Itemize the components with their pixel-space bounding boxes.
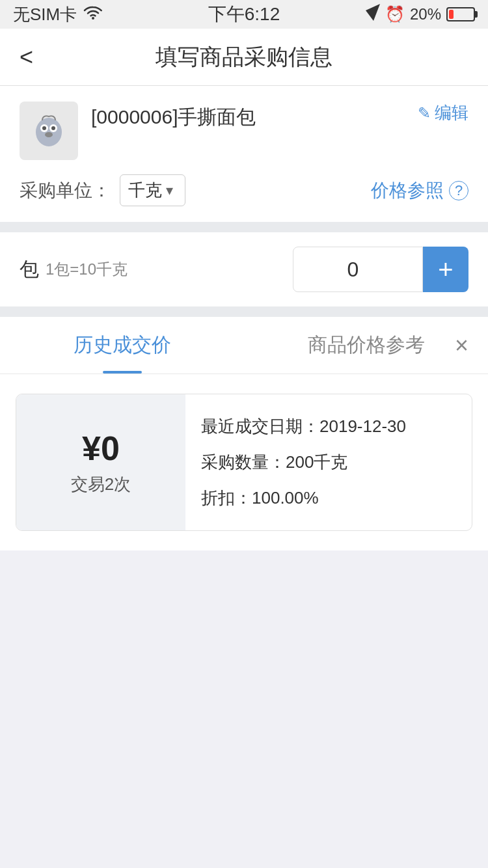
quantity-input[interactable] (293, 247, 423, 292)
currency-symbol: ¥ (82, 429, 101, 467)
battery-icon (446, 7, 475, 21)
product-card: [0000006]手撕面包 ✎ 编辑 采购单位： 千克 ▾ 价格参照 ? (0, 86, 488, 222)
price-ref-label: 价格参照 (371, 178, 444, 203)
svg-point-4 (42, 126, 46, 130)
tab-active-underline (103, 371, 142, 373)
chevron-down-icon: ▾ (166, 182, 173, 199)
separator (0, 222, 488, 232)
tab-product-price-ref[interactable]: 商品价格参考 (244, 317, 488, 373)
product-thumbnail (20, 102, 78, 160)
wifi-icon (83, 5, 103, 25)
carrier-text: 无SIM卡 (13, 3, 77, 26)
purchase-unit-left: 采购单位： 千克 ▾ (20, 174, 185, 206)
svg-point-5 (51, 126, 55, 130)
back-button[interactable]: < (20, 44, 33, 71)
quantity-label: 包 1包=10千克 (20, 256, 128, 283)
quantity-label-text: 采购数量： (201, 452, 286, 472)
history-discount-row: 折扣：100.00% (201, 485, 456, 511)
tab-price-ref-label: 商品价格参考 (308, 332, 425, 359)
quantity-unit-badge: 包 (20, 256, 39, 283)
close-icon: × (455, 332, 468, 359)
discount-value: 100.00% (252, 488, 319, 508)
price-ref-button[interactable]: 价格参照 ? (371, 178, 468, 203)
battery-fill (449, 10, 454, 19)
tabs-header: 历史成交价 商品价格参考 × (0, 317, 488, 374)
product-info: [0000006]手撕面包 (20, 102, 418, 160)
page-title: 填写商品采购信息 (156, 42, 332, 72)
tab-content-history: ¥0 交易2次 最近成交日期：2019-12-30 采购数量：200千克 折扣：… (0, 374, 488, 550)
history-card: ¥0 交易2次 最近成交日期：2019-12-30 采购数量：200千克 折扣：… (16, 394, 472, 531)
quantity-value-text: 200千克 (286, 452, 347, 472)
separator-2 (0, 306, 488, 317)
history-quantity-row: 采购数量：200千克 (201, 450, 456, 475)
recent-date-label: 最近成交日期： (201, 416, 319, 436)
main-background (0, 550, 488, 868)
alarm-icon: ⏰ (385, 5, 405, 23)
tabs-panel: 历史成交价 商品价格参考 × ¥0 交易2次 最近成交日期：2019-12-30 (0, 317, 488, 550)
history-trade-count: 交易2次 (71, 473, 131, 496)
status-bar: 无SIM卡 下午6:12 ⏰ 20% (0, 0, 488, 29)
purchase-unit-row: 采购单位： 千克 ▾ 价格参照 ? (20, 174, 468, 206)
quantity-unit-desc: 1包=10千克 (46, 259, 128, 280)
discount-label: 折扣： (201, 488, 252, 508)
product-name: [0000006]手撕面包 (91, 102, 256, 131)
battery-percent: 20% (410, 5, 441, 23)
unit-select-dropdown[interactable]: 千克 ▾ (120, 174, 185, 206)
status-left: 无SIM卡 (13, 3, 103, 26)
history-price: ¥0 (82, 429, 120, 468)
unit-select-value: 千克 (128, 179, 162, 202)
svg-point-6 (45, 132, 53, 137)
purchase-unit-label: 采购单位： (20, 178, 111, 203)
recent-date-value: 2019-12-30 (319, 416, 406, 436)
product-top-row: [0000006]手撕面包 ✎ 编辑 (20, 102, 468, 160)
location-icon (366, 4, 380, 25)
quantity-input-group: + (293, 247, 468, 292)
tab-history-price[interactable]: 历史成交价 (0, 317, 244, 373)
tab-history-label: 历史成交价 (74, 332, 171, 359)
price-ref-help-icon: ? (449, 181, 468, 200)
edit-label: 编辑 (435, 102, 468, 124)
svg-marker-0 (366, 4, 380, 21)
history-recent-date-row: 最近成交日期：2019-12-30 (201, 414, 456, 439)
tab-close-button[interactable]: × (455, 332, 468, 359)
status-right: ⏰ 20% (366, 4, 475, 25)
history-card-right: 最近成交日期：2019-12-30 采购数量：200千克 折扣：100.00% (185, 394, 472, 530)
nav-bar: < 填写商品采购信息 (0, 29, 488, 86)
quantity-plus-button[interactable]: + (423, 247, 468, 292)
status-time: 下午6:12 (208, 2, 280, 27)
history-card-left: ¥0 交易2次 (16, 394, 185, 530)
edit-button[interactable]: ✎ 编辑 (418, 102, 468, 124)
price-value: 0 (101, 429, 120, 467)
edit-icon: ✎ (418, 104, 431, 122)
quantity-row: 包 1包=10千克 + (0, 232, 488, 306)
